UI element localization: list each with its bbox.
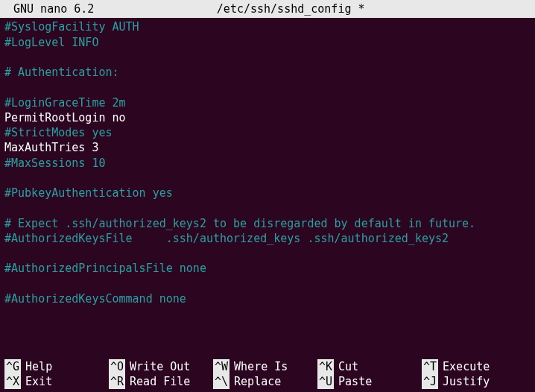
shortcut-key: ^O	[109, 359, 125, 374]
shortcut-key: ^U	[317, 374, 334, 389]
shortcut-key: ^\	[213, 374, 229, 389]
editor-line[interactable]: #AuthorizedKeysCommand none	[4, 291, 531, 306]
shortcut-read-file[interactable]: ^RRead File	[109, 374, 213, 389]
shortcut-label: Justify	[438, 374, 490, 389]
editor-line[interactable]	[4, 276, 531, 291]
shortcut-help[interactable]: ^GHelp	[4, 359, 109, 374]
shortcut-label: Read File	[125, 374, 190, 389]
editor-line[interactable]: #MaxSessions 10	[4, 156, 531, 171]
shortcut-key: ^J	[422, 374, 438, 389]
shortcut-key: ^K	[317, 359, 334, 374]
shortcut-where-is[interactable]: ^WWhere Is	[213, 359, 317, 374]
title-bar: GNU nano 6.2 /etc/ssh/sshd_config *	[0, 0, 535, 18]
shortcut-write-out[interactable]: ^OWrite Out	[109, 359, 213, 374]
shortcut-justify[interactable]: ^JJustify	[422, 374, 526, 389]
editor-line[interactable]: #LoginGraceTime 2m	[4, 95, 531, 110]
shortcut-key: ^G	[4, 359, 21, 374]
editor-line[interactable]: #PubkeyAuthentication yes	[4, 186, 531, 200]
shortcut-cut[interactable]: ^KCut	[317, 359, 422, 374]
editor-content[interactable]: #SyslogFacility AUTH#LogLevel INFO # Aut…	[0, 18, 535, 306]
shortcut-label: Exit	[21, 374, 52, 389]
shortcut-key: ^R	[109, 374, 125, 389]
file-name: /etc/ssh/sshd_config *	[94, 1, 532, 16]
shortcut-label: Paste	[334, 374, 372, 389]
shortcut-label: Write Out	[125, 359, 190, 374]
shortcut-key: ^T	[422, 359, 438, 374]
shortcut-label: Replace	[229, 374, 281, 389]
shortcuts-row-1: ^GHelp^OWrite Out^WWhere Is^KCut^TExecut…	[4, 359, 531, 374]
editor-line[interactable]: MaxAuthTries 3	[4, 140, 531, 155]
editor-line[interactable]	[4, 80, 531, 95]
shortcut-key: ^W	[213, 359, 229, 374]
editor-line[interactable]: # Authentication:	[4, 65, 531, 80]
editor-line[interactable]: #StrictModes yes	[4, 125, 531, 140]
editor-line[interactable]	[4, 200, 531, 215]
editor-line[interactable]: #SyslogFacility AUTH	[4, 19, 531, 34]
shortcut-key: ^X	[4, 374, 21, 389]
shortcut-execute[interactable]: ^TExecute	[422, 359, 526, 374]
shortcuts-bar: ^GHelp^OWrite Out^WWhere Is^KCut^TExecut…	[0, 359, 535, 390]
shortcut-exit[interactable]: ^XExit	[4, 374, 109, 389]
shortcut-label: Execute	[438, 359, 490, 374]
editor-line[interactable]: #AuthorizedPrincipalsFile none	[4, 261, 531, 276]
editor-line[interactable]	[4, 50, 531, 65]
shortcut-label: Where Is	[229, 359, 288, 374]
shortcuts-row-2: ^XExit^RRead File^\Replace^UPaste^JJusti…	[4, 374, 531, 389]
app-name: GNU nano 6.2	[3, 1, 94, 16]
shortcut-replace[interactable]: ^\Replace	[213, 374, 317, 389]
shortcut-paste[interactable]: ^UPaste	[317, 374, 422, 389]
shortcut-label: Help	[21, 359, 52, 374]
editor-line[interactable]	[4, 246, 531, 261]
editor-line[interactable]	[4, 171, 531, 186]
editor-line[interactable]: #AuthorizedKeysFile .ssh/authorized_keys…	[4, 231, 531, 246]
editor-line[interactable]: # Expect .ssh/authorized_keys2 to be dis…	[4, 216, 531, 231]
editor-line[interactable]: PermitRootLogin no	[4, 110, 531, 125]
editor-line[interactable]: #LogLevel INFO	[4, 35, 531, 50]
shortcut-label: Cut	[334, 359, 358, 374]
